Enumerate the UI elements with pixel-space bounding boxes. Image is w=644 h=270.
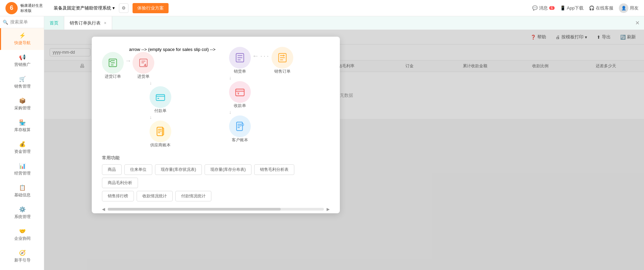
flow-node-sales-slip[interactable]: 销货单 bbox=[229, 47, 251, 74]
flow-node-sales-order[interactable]: 销售订单 bbox=[272, 47, 293, 74]
sidebar-item-guide[interactable]: 🧭 新手引导 bbox=[0, 246, 44, 267]
search-menu-button[interactable]: 🔍 搜索菜单 bbox=[0, 16, 44, 28]
sidebar-item-operation[interactable]: 📊 经营管理 bbox=[0, 159, 44, 180]
common-btns: 商品 往来单位 现存量(库存状况表) 现存量(库存分布表) 销售毛利分析表 商品… bbox=[102, 164, 330, 188]
guide-icon: 🧭 bbox=[19, 250, 26, 256]
tab-close-icon[interactable]: × bbox=[104, 21, 106, 25]
svg-rect-8 bbox=[236, 89, 244, 96]
common-btn-payment-stats[interactable]: 付款情况统计 bbox=[175, 191, 211, 201]
common-btn-stock-status[interactable]: 现存量(库存状况表) bbox=[155, 164, 202, 175]
page-content: ❓ 帮助 🖨 按模板打印 ▾ ⬆ 导出 🔄 刷新 bbox=[44, 30, 644, 270]
sidebar-item-system[interactable]: ⚙️ 系统管理 bbox=[0, 202, 44, 224]
scrollbar-track[interactable] bbox=[108, 208, 324, 211]
search-icon: 🔍 bbox=[3, 20, 8, 25]
operation-icon: 📊 bbox=[19, 163, 26, 169]
flow-node-customer-ledger[interactable]: 客户账本 bbox=[229, 115, 251, 143]
avatar: 👤 bbox=[619, 3, 628, 13]
common-btn-sales-profit[interactable]: 销售毛利分析表 bbox=[254, 164, 294, 175]
marketing-icon: 📢 bbox=[19, 54, 26, 60]
logo-area: 6 畅康通好生意 标准版 bbox=[5, 2, 50, 14]
flow-node-purchase-slip[interactable]: 进货单 bbox=[133, 52, 154, 79]
arrow-purchase-order-to-slip: → bbox=[125, 57, 131, 65]
dotted-arrow-sales: ←··· bbox=[252, 52, 270, 60]
inventory-icon: 🏪 bbox=[19, 119, 26, 126]
sidebar: 🔍 搜索菜单 ⚡ 快捷导航 📢 营销推广 🛒 销售管理 📦 采购管理 🏪 bbox=[0, 16, 44, 270]
common-btn-receipt-stats[interactable]: 收款情况统计 bbox=[137, 191, 173, 201]
popup-overlay[interactable]: arrow --> (empty space for sales slip co… bbox=[44, 30, 644, 270]
system-title: 装备及固定资产辅助管理系统 bbox=[54, 5, 111, 11]
svg-rect-2 bbox=[156, 95, 165, 101]
common-btn-sales-ranking[interactable]: 销售排行榜 bbox=[102, 191, 134, 201]
arrow-down-purchase: ↓ bbox=[150, 80, 152, 86]
window-close-button[interactable]: ✕ bbox=[633, 19, 641, 27]
common-section: 常用功能 商品 往来单位 现存量(库存状况表) 现存量(库存分布表) 销售毛利分… bbox=[102, 155, 330, 201]
system-icon: ⚙️ bbox=[19, 206, 26, 213]
topbar-right: 💬 消息 6 📱 App下载 🎧 在线客服 👤 用友 bbox=[532, 3, 639, 13]
user-avatar[interactable]: 👤 用友 bbox=[619, 3, 639, 13]
scrollbar-thumb[interactable] bbox=[108, 208, 281, 211]
cooperation-icon: 🤝 bbox=[19, 228, 26, 234]
logo-text: 畅康通好生意 标准版 bbox=[20, 3, 43, 13]
sidebar-item-inventory[interactable]: 🏪 库存核算 bbox=[0, 115, 44, 137]
scroll-right-icon[interactable]: ▶ bbox=[327, 207, 330, 212]
flow-node-purchase-order[interactable]: 进货订单 bbox=[102, 52, 124, 79]
sales-icon: 🛒 bbox=[19, 76, 26, 82]
svg-rect-10 bbox=[237, 122, 243, 131]
common-btn-product-profit[interactable]: 商品毛利分析 bbox=[102, 178, 138, 188]
online-service-button[interactable]: 🎧 在线客服 bbox=[589, 5, 613, 11]
message-icon: 💬 bbox=[532, 5, 538, 11]
tab-bar: 首页 销售订单执行表 × ✕ bbox=[44, 16, 644, 30]
logo-icon: 6 bbox=[5, 2, 18, 14]
purchase-icon: 📦 bbox=[19, 97, 26, 104]
headset-icon: 🎧 bbox=[589, 5, 594, 11]
flow-node-payment[interactable]: 付款单 bbox=[150, 86, 171, 114]
flow-node-receipt[interactable]: ¥ 收款单 bbox=[229, 81, 251, 109]
tab-sales-order[interactable]: 销售订单执行表 × bbox=[64, 16, 112, 30]
flow-node-supplier-ledger[interactable]: 供应商账本 bbox=[150, 121, 171, 148]
base-info-icon: 📋 bbox=[19, 184, 26, 191]
active-tab-label: 销售订单执行表 bbox=[70, 20, 101, 26]
system-title-dropdown[interactable]: 装备及固定资产辅助管理系统 ▾ bbox=[54, 5, 115, 11]
sidebar-item-purchase[interactable]: 📦 采购管理 bbox=[0, 93, 44, 115]
popup-scrollbar: ◀ ▶ bbox=[102, 207, 330, 212]
scroll-left-icon[interactable]: ◀ bbox=[102, 207, 105, 212]
settings-button[interactable]: ⚙ bbox=[119, 3, 128, 13]
phone-icon: 📱 bbox=[560, 5, 565, 11]
experience-button[interactable]: 体验行业方案 bbox=[133, 3, 169, 13]
common-btn-stock-dist[interactable]: 现存量(库存分布表) bbox=[205, 164, 251, 175]
common-title: 常用功能 bbox=[102, 155, 330, 161]
sidebar-item-marketing[interactable]: 📢 营销推广 bbox=[0, 50, 44, 72]
popup-box: arrow --> (empty space for sales slip co… bbox=[92, 37, 340, 213]
sidebar-item-cooperation[interactable]: 🤝 企业协同 bbox=[0, 224, 44, 246]
sidebar-item-sales[interactable]: 🛒 销售管理 bbox=[0, 72, 44, 93]
chevron-down-icon: ▾ bbox=[112, 5, 115, 11]
common-btn-product[interactable]: 商品 bbox=[102, 164, 122, 175]
arrow-down-payment: ↓ bbox=[150, 114, 152, 120]
svg-text:¥: ¥ bbox=[237, 92, 240, 95]
finance-icon: 💰 bbox=[19, 141, 26, 147]
tab-home[interactable]: 首页 bbox=[44, 16, 64, 30]
quick-nav-icon: ⚡ bbox=[19, 32, 26, 39]
content-area: 首页 销售订单执行表 × ✕ ❓ 帮助 🖨 bbox=[44, 16, 644, 270]
sidebar-item-quick-nav[interactable]: ⚡ 快捷导航 bbox=[0, 28, 44, 50]
sidebar-item-finance[interactable]: 💰 资金管理 bbox=[0, 137, 44, 159]
message-button[interactable]: 💬 消息 6 bbox=[532, 5, 555, 11]
arrow-down-sales: ↓ bbox=[229, 75, 231, 80]
home-tab-label: 首页 bbox=[50, 20, 58, 26]
common-btn-counterparty[interactable]: 往来单位 bbox=[124, 164, 152, 175]
arrow-down-receipt: ↓ bbox=[229, 109, 231, 115]
message-badge: 6 bbox=[549, 6, 555, 10]
app-download-button[interactable]: 📱 App下载 bbox=[560, 5, 584, 11]
svg-rect-3 bbox=[157, 98, 159, 99]
sidebar-item-base-info[interactable]: 📋 基础信息 bbox=[0, 180, 44, 202]
common-btns-row2: 销售排行榜 收款情况统计 付款情况统计 bbox=[102, 191, 330, 201]
